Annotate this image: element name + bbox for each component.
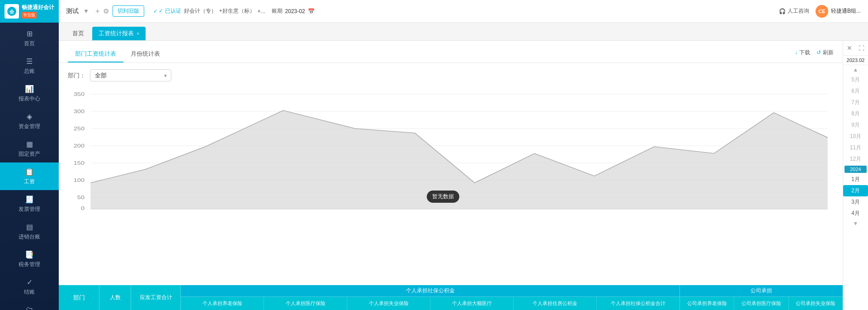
- sub-col-personal-unemployment: 个人承担失业保险: [347, 297, 430, 310]
- download-btn[interactable]: ↓ 下载: [795, 49, 810, 57]
- panel-month-5[interactable]: 5月: [843, 74, 868, 86]
- panel-month-12[interactable]: 12月: [843, 153, 868, 165]
- logo-title: 畅捷通好会计: [22, 4, 54, 11]
- certified-badge: ✓ ✓ 已认证: [153, 7, 181, 15]
- topbar-dropdown-icon[interactable]: ▼: [83, 8, 89, 14]
- asset-icon: ▦: [25, 139, 34, 148]
- sub-tab-dept[interactable]: 部门工资统计表: [68, 46, 123, 62]
- col-dept: 部门: [59, 285, 99, 310]
- sidebar-item-ledger[interactable]: ☰ 总账: [0, 52, 59, 80]
- sidebar-item-asset[interactable]: ▦ 固定资产: [0, 135, 59, 162]
- sidebar-item-fund[interactable]: ◈ 资金管理: [0, 107, 59, 135]
- svg-text:350: 350: [74, 91, 85, 97]
- logo-badge: 专业版: [22, 12, 37, 19]
- chart-area: 350 300 250 200 150 100 50 0: [59, 88, 843, 285]
- ledger-icon: ☰: [25, 57, 34, 66]
- sidebar-item-report[interactable]: 📊 报表中心: [0, 80, 59, 107]
- sub-col-personal-major-medical: 个人承担大额医疗: [430, 297, 514, 310]
- table-header: 部门 人数 应发工资合计 个人承担社保公积金 个人承担养老保险 个人承担医疗保险…: [59, 285, 843, 310]
- panel-nav: ▲ 5月 6月 7月 8月 9月 10月 11月 12月 2024 1月 2月 …: [843, 65, 868, 228]
- content-main: 部门工资统计表 月份统计表 ↓ 下载 ↺ 刷新 部门：: [59, 41, 843, 310]
- svg-text:会: 会: [9, 9, 14, 14]
- group-company-sub: 公司承担养老保险 公司承担医疗保险 公司承担失业保险: [680, 297, 843, 310]
- svg-marker-18: [90, 110, 827, 209]
- panel-month-9[interactable]: 9月: [843, 119, 868, 131]
- username[interactable]: 轻捷通B组...: [831, 7, 861, 15]
- check-icon: ✓: [153, 8, 158, 14]
- sub-col-company-unemployment: 公司承担失业保险: [789, 297, 843, 310]
- sub-tab-monthly[interactable]: 月份统计表: [123, 46, 167, 62]
- tab-label: 工资统计报表: [99, 29, 134, 38]
- sidebar-item-salary[interactable]: 📋 工资: [0, 162, 59, 190]
- sub-col-personal-medical: 个人承担医疗保险: [264, 297, 347, 310]
- topbar-title: 测试: [66, 7, 79, 15]
- panel-date-header: 2023.02: [843, 56, 868, 65]
- right-panel: ✕ ⛶ 2023.02 ▲ 5月 6月 7月 8月 9月 10月 11月 12月…: [843, 41, 868, 310]
- sub-col-company-medical: 公司承担医疗保险: [734, 297, 788, 310]
- panel-month-11[interactable]: 11月: [843, 142, 868, 153]
- switch-old-btn[interactable]: 切到旧版: [113, 5, 144, 17]
- status-business: +好生意（标）: [219, 7, 255, 15]
- user-area: CE 轻捷通B组...: [816, 5, 861, 18]
- sales-icon: ▤: [25, 222, 34, 231]
- sidebar-item-label: 税务管理: [19, 261, 40, 268]
- panel-month-2[interactable]: 2月: [843, 185, 868, 196]
- col-salary: 应发工资合计: [131, 285, 181, 310]
- group-personal-header: 个人承担社保公积金: [181, 285, 679, 297]
- period-value: 2023-02: [285, 8, 305, 14]
- svg-text:100: 100: [74, 177, 85, 183]
- panel-month-4[interactable]: 4月: [843, 208, 868, 219]
- calendar-icon[interactable]: 📅: [308, 8, 315, 14]
- sidebar-item-label: 发票管理: [19, 205, 40, 213]
- dept-filter-select[interactable]: 全部 行政部 销售部 财务部 技术部: [90, 69, 171, 81]
- sidebar-item-archive[interactable]: 🗂 归档管理: [0, 300, 59, 310]
- panel-month-7[interactable]: 7月: [843, 97, 868, 108]
- checkout-icon: ✓: [25, 277, 34, 286]
- group-personal-sub: 个人承担养老保险 个人承担医疗保险 个人承担失业保险 个人承担大额医疗 个人承担…: [181, 297, 679, 310]
- main-area: 测试 ▼ + ⚙ 切到旧版 ✓ ✓ 已认证 好会计（专） +好生意（标） +..…: [59, 0, 868, 310]
- refresh-icon: ↺: [816, 49, 821, 56]
- help-btn[interactable]: 🎧 人工咨询: [779, 7, 809, 15]
- sidebar-item-invoice[interactable]: 🧾 发票管理: [0, 190, 59, 218]
- content-area: 部门工资统计表 月份统计表 ↓ 下载 ↺ 刷新 部门：: [59, 41, 868, 310]
- panel-month-10[interactable]: 10月: [843, 131, 868, 142]
- avatar: CE: [816, 5, 828, 18]
- filter-bar: 部门： 全部 行政部 销售部 财务部 技术部 ▼: [59, 63, 843, 88]
- sidebar-item-checkout[interactable]: ✓ 结账: [0, 273, 59, 300]
- download-icon: ↓: [795, 49, 797, 56]
- sidebar-item-label: 固定资产: [19, 150, 40, 158]
- svg-text:150: 150: [74, 160, 85, 166]
- logo-icon: 会: [5, 4, 19, 19]
- tab-close-icon[interactable]: ×: [137, 31, 139, 36]
- add-icon[interactable]: +: [95, 7, 99, 15]
- topbar-right: 🎧 人工咨询 CE 轻捷通B组...: [779, 5, 861, 18]
- status-good: 好会计（专）: [184, 7, 217, 15]
- sub-tabbar: 部门工资统计表 月份统计表 ↓ 下载 ↺ 刷新: [59, 41, 843, 63]
- gear-icon[interactable]: ⚙: [103, 7, 109, 15]
- panel-nav-up[interactable]: ▲: [852, 65, 860, 74]
- panel-close-btn[interactable]: ✕: [847, 44, 852, 52]
- panel-month-3[interactable]: 3月: [843, 196, 868, 208]
- sidebar-item-label: 进销台账: [19, 233, 40, 241]
- right-panel-header: ✕ ⛶: [843, 41, 868, 56]
- sidebar-item-sales[interactable]: ▤ 进销台账: [0, 218, 59, 245]
- chart-tooltip: 暂无数据: [427, 191, 459, 203]
- tabbar: 首页 工资统计报表 ×: [59, 23, 868, 41]
- panel-month-6[interactable]: 6月: [843, 86, 868, 97]
- col-group-company: 公司承担 公司承担养老保险 公司承担医疗保险 公司承担失业保险: [680, 285, 843, 310]
- status-more: +...: [258, 8, 265, 14]
- sidebar-item-tax[interactable]: 📑 税务管理: [0, 245, 59, 273]
- col-group-personal: 个人承担社保公积金 个人承担养老保险 个人承担医疗保险 个人承担失业保险 个人承…: [181, 285, 680, 310]
- panel-expand-btn[interactable]: ⛶: [859, 45, 864, 52]
- panel-month-8[interactable]: 8月: [843, 108, 868, 119]
- tab-salary-report[interactable]: 工资统计报表 ×: [92, 27, 146, 40]
- panel-month-1[interactable]: 1月: [843, 174, 868, 185]
- tab-home[interactable]: 首页: [66, 27, 90, 40]
- sidebar-item-home[interactable]: ⊞ 首页: [0, 24, 59, 52]
- sidebar-item-label: 总账: [24, 67, 35, 75]
- panel-nav-down[interactable]: ▼: [852, 219, 860, 228]
- sub-col-company-pension: 公司承担养老保险: [680, 297, 734, 310]
- refresh-btn[interactable]: ↺ 刷新: [816, 49, 834, 57]
- sidebar-logo: 会 畅捷通好会计 专业版: [0, 0, 59, 23]
- home-icon: ⊞: [25, 29, 34, 38]
